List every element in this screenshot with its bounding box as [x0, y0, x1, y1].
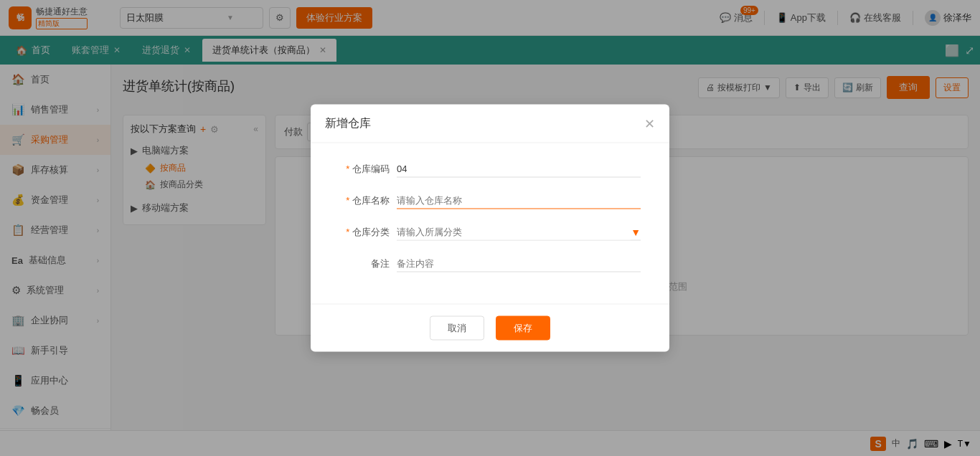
category-input[interactable] [397, 224, 631, 240]
save-button[interactable]: 保存 [496, 316, 550, 341]
name-label: * 仓库名称 [339, 194, 397, 207]
modal-footer: 取消 保存 [311, 304, 669, 352]
form-row-name: * 仓库名称 [339, 192, 641, 209]
code-input[interactable] [397, 161, 641, 178]
code-label: * 仓库编码 [339, 163, 397, 176]
category-dropdown-icon: ▼ [631, 226, 641, 237]
remark-input[interactable] [397, 255, 641, 272]
modal-close-button[interactable]: ✕ [644, 117, 655, 130]
cancel-button[interactable]: 取消 [430, 316, 484, 341]
add-warehouse-modal: 新增仓库 ✕ * 仓库编码 * 仓库名称 * 仓库分类 [311, 105, 669, 352]
category-label: * 仓库分类 [339, 226, 397, 239]
form-row-code: * 仓库编码 [339, 161, 641, 178]
form-row-remark: 备注 [339, 255, 641, 272]
category-select-wrap[interactable]: ▼ [397, 224, 641, 241]
modal-header: 新增仓库 ✕ [311, 105, 669, 143]
modal-title: 新增仓库 [325, 116, 371, 131]
modal-body: * 仓库编码 * 仓库名称 * 仓库分类 ▼ [311, 143, 669, 304]
remark-label: 备注 [339, 257, 397, 270]
form-row-category: * 仓库分类 ▼ [339, 224, 641, 241]
name-input[interactable] [397, 192, 641, 209]
